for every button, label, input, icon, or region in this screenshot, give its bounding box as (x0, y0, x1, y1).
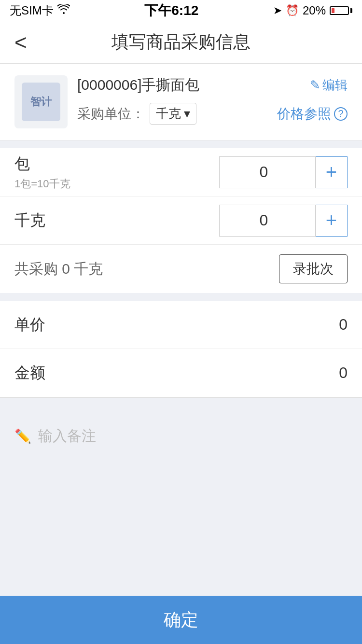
carrier-text: 无SIM卡 (10, 3, 54, 18)
bao-row: 包 1包=10千克 + (0, 148, 362, 196)
bao-label: 包 1包=10千克 (14, 154, 70, 191)
batch-button[interactable]: 录批次 (279, 254, 348, 283)
amount-label: 金额 (14, 363, 45, 384)
detail-section: 单价 0 金额 0 (0, 301, 362, 397)
location-icon: ➤ (273, 4, 282, 17)
status-bar: 无SIM卡 下午6:12 ➤ ⏰ 20% (0, 0, 362, 21)
product-info: [0000006]手撕面包 ✎ 编辑 采购单位： 千克 ▾ 价格参照 ? (77, 75, 348, 125)
amount-value: 0 (339, 364, 348, 382)
price-label: 单价 (14, 314, 45, 336)
remark-placeholder: 输入备注 (38, 426, 96, 446)
product-thumb-logo: 智计 (22, 83, 60, 121)
back-button[interactable]: < (14, 32, 27, 53)
purchase-unit-row: 采购单位： 千克 ▾ 价格参照 ? (77, 103, 348, 125)
pencil-icon: ✏️ (14, 428, 31, 444)
kg-input-right: + (219, 205, 348, 237)
bao-sublabel: 1包=10千克 (14, 177, 70, 191)
kg-row: 千克 + (0, 196, 362, 245)
kg-input[interactable] (219, 205, 316, 237)
status-right: ➤ ⏰ 20% (273, 4, 352, 17)
remark-section[interactable]: ✏️ 输入备注 (0, 397, 362, 475)
help-icon: ? (334, 107, 348, 121)
bao-plus-button[interactable]: + (316, 156, 348, 188)
unit-label: 采购单位： (77, 105, 145, 123)
product-thumbnail: 智计 (14, 75, 68, 128)
bao-input[interactable] (219, 156, 316, 188)
input-section: 包 1包=10千克 + 千克 + (0, 148, 362, 245)
chevron-down-icon: ▾ (184, 106, 190, 121)
price-row: 单价 0 (0, 301, 362, 349)
product-card: 智计 [0000006]手撕面包 ✎ 编辑 采购单位： 千克 ▾ 价格参照 ? (0, 64, 362, 140)
product-name: [0000006]手撕面包 (77, 75, 199, 95)
kg-label: 千克 (14, 210, 45, 231)
confirm-bar[interactable]: 确定 (0, 596, 362, 644)
confirm-label: 确定 (164, 608, 198, 632)
section-divider-2 (0, 293, 362, 301)
kg-label-main: 千克 (14, 210, 45, 231)
battery-pct: 20% (303, 4, 326, 17)
bao-input-right: + (219, 156, 348, 188)
product-name-row: [0000006]手撕面包 ✎ 编辑 (77, 75, 348, 95)
kg-plus-button[interactable]: + (316, 205, 348, 237)
status-left: 无SIM卡 (10, 3, 70, 18)
edit-label: 编辑 (322, 77, 348, 94)
edit-icon: ✎ (310, 78, 320, 93)
summary-label: 共采购 0 千克 (14, 259, 103, 279)
price-ref-label: 价格参照 (277, 105, 331, 123)
amount-row: 金额 0 (0, 349, 362, 397)
section-divider-1 (0, 140, 362, 148)
bao-label-main: 包 (14, 154, 70, 175)
nav-bar: < 填写商品采购信息 (0, 21, 362, 64)
unit-value: 千克 (156, 105, 181, 122)
page-title: 填写商品采购信息 (111, 30, 251, 54)
edit-button[interactable]: ✎ 编辑 (310, 77, 348, 94)
alarm-icon: ⏰ (286, 4, 299, 17)
wifi-icon (57, 4, 70, 17)
battery-icon (330, 6, 352, 15)
summary-row: 共采购 0 千克 录批次 (0, 245, 362, 293)
status-time: 下午6:12 (144, 1, 198, 20)
price-value: 0 (339, 316, 348, 334)
unit-select[interactable]: 千克 ▾ (150, 103, 196, 125)
price-ref-button[interactable]: 价格参照 ? (277, 105, 348, 123)
